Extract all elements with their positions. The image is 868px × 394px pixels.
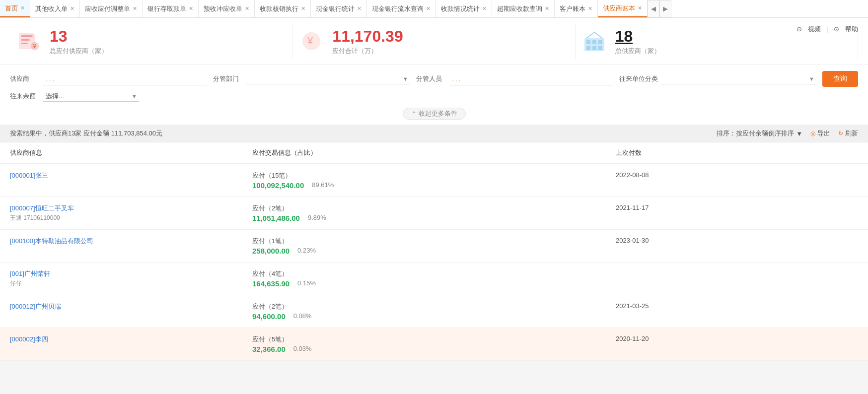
total-suppliers-count: 18 (615, 27, 660, 46)
result-summary: 搜索结果中，供应商13家 应付金额 111,703,854.00元 (10, 129, 162, 138)
category-select-wrapper: ▼ (661, 73, 816, 84)
tab-supplier-ledger-close[interactable]: ✕ (638, 5, 642, 11)
tab-ar-ap-adjust-close[interactable]: ✕ (133, 5, 137, 12)
lastpay-2: 2023-01-30 (616, 237, 858, 244)
separator: | (826, 25, 828, 33)
tab-other-income-close[interactable]: ✕ (70, 5, 74, 12)
supplier-link-0[interactable]: [000001]张三 (10, 172, 48, 179)
balance-select-wrapper: 选择... ▼ (43, 91, 139, 102)
tx-row-5: 32,366.00 0.03% (252, 344, 616, 353)
table-row[interactable]: [000012]广州贝瑞 应付（2笔） 94,600.00 0.08% 2021… (0, 295, 868, 328)
payable-suppliers-text: 13 总应付供应商（家） (50, 27, 108, 56)
tab-customer-ledger[interactable]: 客户账本 ✕ (555, 0, 598, 17)
supplier-link-4[interactable]: [000012]广州贝瑞 (10, 303, 61, 310)
dept-filter: 分管部门 ▼ (213, 73, 410, 84)
tx-label-1: 应付（2笔） (252, 204, 616, 213)
person-filter: 分管人员 (416, 73, 613, 85)
tab-cash-bank-stat-close[interactable]: ✕ (357, 5, 362, 12)
table-row[interactable]: [001]广州荣轩 仔仔 应付（4笔） 164,635.90 0.15% (0, 263, 868, 295)
table-row[interactable]: [000100]本特勒油品有限公司 应付（1笔） 258,000.00 0.23… (0, 230, 868, 263)
query-button[interactable]: 查询 (822, 71, 858, 87)
tx-amount-1: 11,051,486.00 (252, 214, 300, 222)
category-filter: 往来单位分类 ▼ (619, 73, 816, 84)
svg-rect-1 (21, 35, 33, 37)
tab-cash-bank-flow-close[interactable]: ✕ (426, 5, 431, 12)
supplier-sub-3: 仔仔 (10, 279, 252, 288)
tab-overdue-ar-label: 超期应收款查询 (497, 4, 542, 13)
payable-suppliers-icon: ¥ (15, 27, 43, 55)
video-link[interactable]: 视频 (808, 25, 821, 33)
nav-next-button[interactable]: ▶ (659, 0, 671, 17)
person-label: 分管人员 (416, 74, 446, 83)
collapse-button[interactable]: ⌃ 收起更多条件 (403, 108, 466, 120)
lastpay-date-0: 2022-08-08 (616, 171, 649, 179)
supplier-link-1[interactable]: [000007]恒旺二手叉车 (10, 204, 74, 212)
tab-bank-deposit-label: 银行存取款单 (147, 4, 186, 13)
tab-receipt-write-off-close[interactable]: ✕ (301, 5, 305, 12)
tab-bank-deposit[interactable]: 银行存取款单 ✕ (143, 0, 199, 17)
tab-prepay-ar[interactable]: 预收冲应收单 ✕ (199, 0, 255, 17)
sort-control[interactable]: 排序：按应付余额倒序排序 ▼ (717, 129, 802, 138)
tab-prepay-ar-close[interactable]: ✕ (245, 5, 249, 12)
summary-bar: ¥ 13 总应付供应商（家） ¥ 11,170.39 应付合计（万） (0, 18, 868, 65)
tab-ar-ap-adjust[interactable]: 应收应付调整单 ✕ (80, 0, 143, 17)
transaction-info-4: 应付（2笔） 94,600.00 0.08% (252, 302, 616, 321)
dept-label: 分管部门 (213, 74, 243, 83)
supplier-link-3[interactable]: [001]广州荣轩 (10, 270, 50, 277)
svg-rect-14 (598, 46, 602, 50)
dept-select-wrapper: ▼ (246, 73, 410, 84)
total-suppliers-label: 总供应商（家） (615, 47, 660, 56)
dept-select[interactable] (246, 73, 410, 84)
tx-percent-4: 0.08% (293, 312, 312, 320)
table-row[interactable]: [000007]恒旺二手叉车 王通 17106110000 应付（2笔） 11,… (0, 197, 868, 230)
balance-select[interactable]: 选择... (43, 91, 139, 101)
tab-home[interactable]: 首页 ✕ (0, 0, 30, 17)
tab-receipt-stat-close[interactable]: ✕ (482, 5, 487, 12)
svg-rect-2 (21, 39, 30, 41)
tab-overdue-ar-close[interactable]: ✕ (545, 5, 549, 12)
table-row[interactable]: [000001]张三 应付（15笔） 100,092,540.00 89.61%… (0, 164, 868, 197)
lastpay-4: 2021-03-25 (616, 302, 858, 310)
tab-cash-bank-flow[interactable]: 现金银行流水查询 ✕ (367, 0, 436, 17)
supplier-filter: 供应商 (10, 73, 207, 85)
svg-rect-9 (586, 40, 590, 44)
supplier-ledger-table: 供应商信息 应付交易信息（占比） 上次付数 [000001]张三 应付（15笔）… (0, 142, 868, 361)
total-suppliers-text: 18 总供应商（家） (615, 27, 660, 56)
export-button[interactable]: ◎ 导出 (810, 129, 830, 138)
tab-home-close[interactable]: ✕ (20, 5, 25, 11)
supplier-input[interactable] (43, 73, 207, 85)
supplier-info-3: [001]广州荣轩 仔仔 (10, 269, 252, 288)
tab-customer-ledger-close[interactable]: ✕ (588, 5, 592, 12)
tab-overdue-ar[interactable]: 超期应收款查询 ✕ (492, 0, 555, 17)
tx-label-4: 应付（2笔） (252, 302, 616, 311)
supplier-link-5[interactable]: [000002]李四 (10, 335, 48, 343)
filter-row-1: 供应商 分管部门 ▼ 分管人员 往来单位分类 ▼ 查询 (10, 71, 858, 87)
person-input[interactable] (449, 73, 613, 85)
tab-other-income[interactable]: 其他收入单 ✕ (30, 0, 80, 17)
transaction-info-2: 应付（1笔） 258,000.00 0.23% (252, 237, 616, 255)
svg-text:¥: ¥ (33, 44, 36, 49)
supplier-link-2[interactable]: [000100]本特勒油品有限公司 (10, 237, 93, 245)
tab-receipt-stat[interactable]: 收款情况统计 ✕ (436, 0, 492, 17)
supplier-info-5: [000002]李四 (10, 335, 252, 344)
tab-receipt-write-off[interactable]: 收款核销执行 ✕ (255, 0, 311, 17)
svg-rect-11 (598, 40, 602, 44)
svg-rect-10 (592, 40, 596, 44)
tab-customer-ledger-label: 客户账本 (560, 4, 585, 13)
tab-cash-bank-stat[interactable]: 现金银行统计 ✕ (311, 0, 367, 17)
filter-row-2: 往来余额 选择... ▼ (10, 91, 858, 102)
tx-percent-5: 0.03% (293, 345, 312, 352)
tab-cash-bank-flow-label: 现金银行流水查询 (372, 4, 424, 13)
col-supplier-header: 供应商信息 (10, 148, 252, 157)
payable-suppliers-label: 总应付供应商（家） (50, 47, 108, 56)
table-row[interactable]: [000002]李四 应付（5笔） 32,366.00 0.03% 2020-1… (0, 328, 868, 361)
tab-supplier-ledger[interactable]: 供应商账本 ✕ (598, 0, 648, 17)
refresh-button[interactable]: ↻ 刷新 (838, 129, 858, 138)
help-link[interactable]: 帮助 (845, 25, 858, 33)
nav-prev-button[interactable]: ◀ (648, 0, 659, 17)
tab-other-income-label: 其他收入单 (35, 4, 68, 13)
tx-row-4: 94,600.00 0.08% (252, 311, 616, 321)
tx-row-1: 11,051,486.00 9.89% (252, 213, 616, 222)
tab-bank-deposit-close[interactable]: ✕ (189, 5, 193, 12)
category-select[interactable] (661, 73, 816, 84)
